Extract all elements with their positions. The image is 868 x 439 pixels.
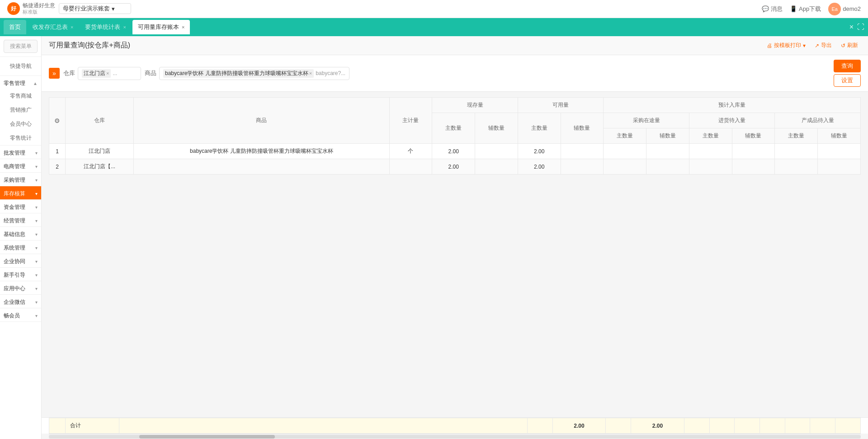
cell-product-pending-main-2 (775, 159, 818, 175)
data-table: ⚙ 仓库 商品 主计量 现存量 可用量 预计入库量 主数量 辅数量 主数量 辅数… (49, 97, 861, 175)
footer-pp-aux (835, 418, 861, 434)
chevron-down-icon: ▾ (35, 151, 38, 156)
sidebar-section-basic-header[interactable]: 基础信息 ▾ (0, 227, 41, 240)
close-icon[interactable]: × (71, 24, 73, 30)
sidebar-section-purchase-header[interactable]: 采购管理 ▾ (0, 173, 41, 186)
th-product-pending-main: 主数量 (775, 128, 818, 144)
sidebar-section-enterprise-header[interactable]: 企业协同 ▾ (0, 254, 41, 267)
settings-button[interactable]: 设置 (834, 74, 861, 87)
sidebar-section-retail: 零售管理 ▲ 零售商城 营销推广 会员中心 零售统计 (0, 76, 41, 146)
sidebar-section-basic-label: 基础信息 (4, 231, 25, 238)
sidebar-section-finance-header[interactable]: 资金管理 ▾ (0, 200, 41, 213)
cell-warehouse-1: 江北门店 (66, 144, 134, 159)
close-all-button[interactable]: × (849, 23, 854, 31)
close-icon[interactable]: × (123, 24, 126, 30)
warehouse-more[interactable]: ... (113, 70, 117, 76)
chevron-down-icon: ▾ (803, 42, 806, 49)
cell-purchase-transit-main-2 (604, 159, 646, 175)
tab-home[interactable]: 首页 (4, 20, 26, 34)
cell-purchase-transit-main-1 (604, 144, 646, 159)
sidebar-section-system-label: 系统管理 (4, 244, 25, 252)
tab-available-stock[interactable]: 可用量库存账本 × (132, 20, 190, 34)
warehouse-value: 江北门店 (84, 70, 105, 77)
sidebar-section-newbie-header[interactable]: 新手引导 ▾ (0, 268, 41, 281)
footer-gp-main (760, 418, 785, 434)
logo-icon: 好 (7, 2, 20, 15)
sidebar-section-member: 畅会员 ▾ (0, 308, 41, 322)
warehouse-input[interactable]: 江北门店 × ... (78, 67, 141, 80)
table-row: 2 江北门店【... 2.00 2.00 (49, 159, 861, 175)
footer-cell-empty-1 (49, 418, 66, 434)
remove-warehouse-icon[interactable]: × (106, 71, 109, 76)
content-area: 可用量查询(按仓库+商品) 🖨 按模板打印 ▾ ↗ 导出 ↺ 刷新 » (42, 36, 868, 439)
warehouse-tag: 江北门店 × (82, 69, 111, 78)
cell-goods-pending-main-2 (689, 159, 732, 175)
product-more[interactable]: babycare?... (316, 70, 345, 76)
footer-cell-empty-3 (527, 418, 552, 434)
sidebar-item-retail-stats[interactable]: 零售统计 (0, 131, 41, 145)
remove-product-1-icon[interactable]: × (309, 71, 312, 76)
sidebar-section-wechat-header[interactable]: 企业微信 ▾ (0, 295, 41, 308)
horizontal-scrollbar[interactable] (49, 434, 861, 439)
tab-receive-summary[interactable]: 收发存汇总表 × (27, 20, 79, 34)
sidebar-item-retail-mall[interactable]: 零售商城 (0, 89, 41, 103)
th-product: 商品 (134, 98, 389, 144)
app-download-label: App下载 (799, 5, 821, 13)
tab-order-summary[interactable]: 要货单统计表 × (80, 20, 131, 34)
cell-current-main-1: 2.00 (432, 144, 475, 159)
refresh-button[interactable]: ↺ 刷新 (838, 41, 861, 50)
sidebar-item-member-center[interactable]: 会员中心 (0, 117, 41, 131)
sidebar-section-enterprise-label: 企业协同 (4, 258, 25, 265)
cell-current-aux-2 (475, 159, 518, 175)
footer-cell-empty-2 (119, 418, 527, 434)
filter-expand-button[interactable]: » (49, 68, 60, 79)
sidebar-item-marketing[interactable]: 营销推广 (0, 103, 41, 117)
app-name: 畅捷通好生意 (23, 2, 55, 9)
top-bar: 好 畅捷通好生意 标准版 母婴行业演示账套 ▾ 💬 消息 📱 App下载 Ea … (0, 0, 868, 18)
sidebar-section-operations-header[interactable]: 经营管理 ▾ (0, 213, 41, 227)
export-button[interactable]: ↗ 导出 (812, 41, 835, 50)
search-menu-button[interactable]: 搜索菜单 (4, 40, 38, 53)
org-selector[interactable]: 母婴行业演示账套 ▾ (59, 3, 131, 14)
main-layout: 搜索菜单 快捷导航 零售管理 ▲ 零售商城 营销推广 会员中心 零售统计 批发管… (0, 36, 868, 439)
sidebar-section-system-header[interactable]: 系统管理 ▾ (0, 241, 41, 254)
cell-product-pending-main-1 (775, 144, 818, 159)
close-icon[interactable]: × (182, 24, 184, 30)
chevron-down-icon: ▾ (35, 300, 38, 305)
phone-icon: 📱 (790, 5, 797, 12)
print-button[interactable]: 🖨 按模板打印 ▾ (764, 41, 808, 50)
footer-label: 合计 (66, 418, 119, 434)
product-input[interactable]: babycare学饮杯 儿童防摔防撞吸管杯重力球吸嘴杯宝宝水杯 × babyca… (159, 67, 349, 80)
sidebar-item-quick-nav[interactable]: 快捷导航 (0, 59, 41, 74)
table-footer: 合计 2.00 2.00 (42, 417, 868, 434)
cell-available-aux-1 (561, 144, 604, 159)
sidebar-section-member-header[interactable]: 畅会员 ▾ (0, 308, 41, 321)
sidebar-section-wholesale-header[interactable]: 批发管理 ▾ (0, 146, 41, 159)
sidebar-section-inventory: 库存核算 ▾ (0, 186, 41, 200)
sidebar-section-finance-label: 资金管理 (4, 203, 25, 211)
sidebar-section-ecommerce-header[interactable]: 电商管理 ▾ (0, 159, 41, 172)
scroll-thumb[interactable] (139, 435, 275, 439)
refresh-label: 刷新 (847, 42, 858, 49)
user-profile[interactable]: Ea demo2 (828, 3, 861, 15)
sidebar-section-inventory-header[interactable]: 库存核算 ▾ (0, 186, 41, 199)
sidebar-section-enterprise: 企业协同 ▾ (0, 254, 41, 268)
cell-product-pending-aux-2 (818, 159, 861, 175)
avatar: Ea (828, 3, 841, 15)
sidebar-section-retail-header[interactable]: 零售管理 ▲ (0, 76, 41, 89)
query-button[interactable]: 查询 (834, 60, 861, 72)
sidebar-section-newbie-label: 新手引导 (4, 271, 25, 279)
expand-button[interactable]: ⛶ (857, 23, 864, 31)
product-label: 商品 (145, 69, 156, 77)
message-button[interactable]: 💬 消息 (762, 5, 783, 13)
sidebar-section-appcenter-label: 应用中心 (4, 285, 25, 293)
sidebar-section-appcenter-header[interactable]: 应用中心 ▾ (0, 281, 41, 294)
gear-icon[interactable]: ⚙ (54, 117, 60, 124)
cell-warehouse-2: 江北门店【... (66, 159, 134, 175)
app-download-button[interactable]: 📱 App下载 (790, 5, 821, 13)
nav-controls: × ⛶ (849, 23, 864, 31)
sidebar-section-basic: 基础信息 ▾ (0, 227, 41, 241)
export-label: 导出 (821, 42, 832, 49)
print-icon: 🖨 (767, 42, 772, 49)
tab-order-summary-label: 要货单统计表 (85, 23, 120, 31)
